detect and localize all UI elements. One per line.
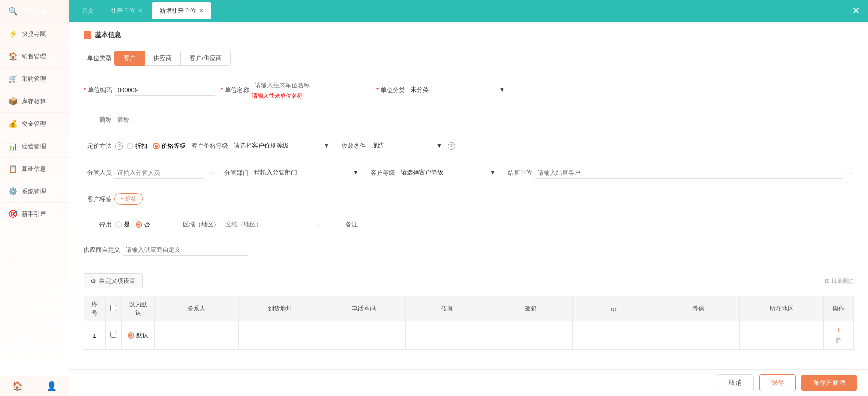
- custom-settings-button[interactable]: ⚙ 自定义项设置: [84, 273, 143, 288]
- sidebar-item-search[interactable]: 🔍 搜索菜单: [0, 0, 69, 23]
- content-area: 基本信息 单位类型 客户 供应商 客户/供应商 单位编码 单位名: [69, 22, 868, 369]
- sidebar-item-label: 经营管理: [22, 142, 46, 151]
- pricing-method-label: 定价方法: [84, 142, 112, 150]
- batch-delete-button[interactable]: ⊞ 批量删除: [825, 277, 854, 285]
- sidebar: 🔍 搜索菜单 ⚡ 快捷导航 🏠 销售管理 🛒 采购管理 📦 库存核算 💰 资金管…: [0, 0, 69, 396]
- customer-price-level-select[interactable]: 请选择客户价格等级 ▼: [231, 140, 332, 152]
- home-button[interactable]: 🏠: [0, 376, 35, 396]
- radio-circle-price-level: [153, 143, 160, 149]
- region-label: 区域（地区）: [183, 220, 220, 229]
- tab-new-partner[interactable]: 新增往来单位 ✕: [152, 2, 211, 19]
- sidebar-item-quick-nav[interactable]: ⚡ 快捷导航: [0, 23, 69, 45]
- manager-input[interactable]: [114, 167, 203, 179]
- gear-icon: ⚙: [91, 278, 96, 285]
- payment-terms-select[interactable]: 现结 ▼: [369, 140, 445, 152]
- tab-close-new-partner[interactable]: ✕: [199, 8, 204, 14]
- add-row-button[interactable]: +: [835, 325, 843, 335]
- cell-qq[interactable]: [573, 321, 656, 350]
- sidebar-item-sales[interactable]: 🏠 销售管理: [0, 45, 69, 68]
- pricing-row: 定价方法 ? 折扣 价格等级 客户价格等级 请选择客户价格等级: [84, 140, 854, 152]
- supplier-custom-input[interactable]: [123, 244, 248, 256]
- radio-discount-label: 折扣: [135, 142, 147, 150]
- region-input[interactable]: [222, 219, 312, 230]
- cell-email[interactable]: [489, 321, 572, 350]
- tabbar-close-button[interactable]: ✕: [849, 4, 863, 18]
- payment-help-icon[interactable]: ?: [448, 142, 455, 150]
- unit-code-input[interactable]: [115, 85, 215, 96]
- cell-fax[interactable]: [405, 321, 489, 350]
- sidebar-item-purchase[interactable]: 🛒 采购管理: [0, 68, 69, 90]
- unit-btn-supplier[interactable]: 供应商: [145, 51, 181, 66]
- radio-discount[interactable]: 折扣: [127, 142, 147, 150]
- col-action: 操作: [823, 296, 854, 321]
- sidebar-item-label: 基础信息: [22, 165, 46, 173]
- user-button[interactable]: 👤: [35, 376, 69, 396]
- sidebar-item-label: 系统管理: [22, 187, 46, 196]
- sidebar-item-system[interactable]: ⚙️ 系统管理: [0, 180, 69, 203]
- contact-input[interactable]: [160, 332, 233, 339]
- radio-no[interactable]: 否: [136, 220, 150, 229]
- customer-level-select[interactable]: 请选择客户等级 ▼: [398, 166, 498, 179]
- default-radio[interactable]: [128, 332, 134, 339]
- sidebar-item-finance[interactable]: 💰 资金管理: [0, 113, 69, 135]
- tab-label: 新增往来单位: [160, 7, 196, 15]
- pricing-help-icon[interactable]: ?: [115, 142, 123, 150]
- fax-input[interactable]: [411, 332, 484, 339]
- system-icon: ⚙️: [8, 187, 18, 196]
- cell-region[interactable]: [740, 321, 823, 350]
- remark-input[interactable]: [360, 219, 854, 230]
- unit-category-select[interactable]: 未分类 ▼: [408, 84, 508, 96]
- select-all-checkbox[interactable]: [110, 305, 116, 311]
- radio-yes[interactable]: 是: [115, 220, 130, 229]
- qq-input[interactable]: [578, 332, 651, 339]
- radio-price-level[interactable]: 价格等级: [153, 142, 186, 150]
- col-checkbox[interactable]: [106, 296, 122, 321]
- row-checkbox[interactable]: [110, 332, 116, 338]
- section-icon: [84, 31, 91, 39]
- delete-row-button[interactable]: 🗑: [833, 335, 844, 346]
- unit-btn-customer[interactable]: 客户: [114, 51, 145, 66]
- cell-phone[interactable]: [322, 321, 405, 350]
- cell-address[interactable]: [238, 321, 322, 350]
- add-tag-button[interactable]: + 标签: [114, 193, 143, 205]
- sidebar-item-label: 搜索菜单: [22, 7, 46, 16]
- operation-icon: 📊: [8, 142, 18, 151]
- unit-name-input[interactable]: [252, 80, 371, 91]
- col-contact: 联系人: [155, 296, 238, 321]
- cancel-button[interactable]: 取消: [717, 374, 754, 391]
- department-select[interactable]: 请输入分管部门 ▼: [251, 166, 361, 179]
- cell-checkbox[interactable]: [106, 321, 122, 350]
- radio-price-level-label: 价格等级: [161, 142, 186, 150]
- unit-type-row: 单位类型 客户 供应商 客户/供应商: [84, 51, 854, 66]
- email-input[interactable]: [494, 332, 568, 339]
- sidebar-item-basic[interactable]: 📋 基础信息: [0, 158, 69, 180]
- save-button[interactable]: 保存: [759, 374, 796, 391]
- phone-input[interactable]: [327, 332, 401, 339]
- region-more-btn[interactable]: ···: [315, 221, 324, 228]
- section-header-basic: 基本信息: [84, 31, 854, 39]
- unit-category-value: 未分类: [411, 85, 429, 94]
- cell-default[interactable]: 默认: [122, 321, 155, 350]
- tab-close-partners[interactable]: ✕: [138, 8, 143, 14]
- sidebar-item-operation[interactable]: 📊 经营管理: [0, 135, 69, 158]
- sales-icon: 🏠: [8, 52, 18, 61]
- sidebar-item-inventory[interactable]: 📦 库存核算: [0, 90, 69, 113]
- unit-type-group: 客户 供应商 客户/供应商: [114, 51, 231, 66]
- unit-btn-both[interactable]: 客户/供应商: [181, 51, 231, 66]
- short-name-input[interactable]: [114, 114, 215, 125]
- manager-more-btn[interactable]: ···: [206, 169, 215, 176]
- unit-type-label: 单位类型: [84, 54, 112, 62]
- tab-home[interactable]: 首页: [74, 2, 101, 19]
- settlement-more-btn[interactable]: ···: [845, 169, 854, 176]
- cell-wechat[interactable]: [656, 321, 740, 350]
- cell-contact[interactable]: [155, 321, 238, 350]
- row-region-input[interactable]: [745, 332, 818, 339]
- disabled-label: 停用: [84, 220, 112, 229]
- sidebar-item-guide[interactable]: 🎯 新手引导: [0, 203, 69, 225]
- address-input[interactable]: [244, 332, 317, 339]
- settlement-unit-input[interactable]: [535, 167, 842, 179]
- wechat-input[interactable]: [661, 332, 735, 339]
- save-and-new-button[interactable]: 保存并新增: [801, 375, 857, 391]
- tab-partners[interactable]: 往来单位 ✕: [103, 2, 150, 19]
- tag-row: 客户标签 + 标签: [84, 193, 854, 205]
